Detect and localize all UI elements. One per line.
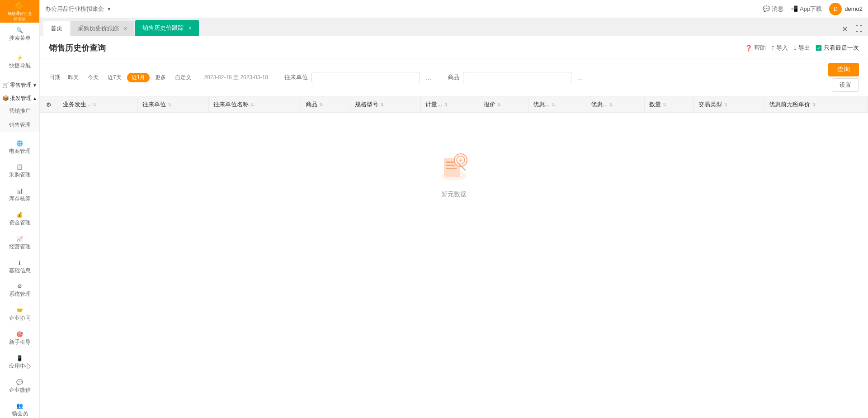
col-partner-code[interactable]: 往来单位 ⇅ (138, 97, 209, 113)
sort-icon-transaction-type[interactable]: ⇅ (724, 102, 727, 107)
sidebar-item-app-center[interactable]: 📱 应用中心 (0, 351, 39, 375)
col-quote[interactable]: 报价 ⇅ (479, 97, 528, 113)
download-icon: 📲 (791, 5, 798, 12)
data-table: ⚙ 业务发生... ⇅ 往来单位 ⇅ (40, 97, 868, 113)
sidebar-item-capital[interactable]: 💰 资金管理 (0, 207, 39, 231)
sidebar-item-quick-nav[interactable]: ⚡ 快捷导航 (0, 50, 39, 74)
date-btn-more[interactable]: 更多 (151, 73, 170, 82)
settings-gear-icon: ⚙ (46, 101, 52, 108)
chevron-up-icon: ▲ (33, 96, 37, 101)
sidebar-item-search-menu[interactable]: 🔍 搜索菜单 (0, 23, 39, 47)
export-icon: ⤵ (793, 45, 797, 52)
main-area: 办公用品行业模拟账套 ▾ 💬 消息 📲 App下载 D demo2 首页 采购历… (40, 0, 868, 418)
date-btn-yesterday[interactable]: 昨天 (64, 73, 82, 82)
sidebar-item-member[interactable]: 👥 畅会员 (0, 398, 39, 418)
guide-icon: 🎯 (0, 331, 39, 337)
sidebar-item-enterprise-agreement[interactable]: 🤝 企业协同 (0, 303, 39, 327)
svg-rect-3 (446, 165, 455, 166)
sidebar-item-system[interactable]: ⚙ 系统管理 (0, 279, 39, 303)
close-window-button[interactable]: ✕ (839, 24, 850, 34)
svg-rect-4 (446, 168, 457, 169)
export-action[interactable]: ⤵ 导出 (793, 44, 810, 52)
query-button[interactable]: 查询 (828, 63, 859, 76)
sort-icon-discount2[interactable]: ⇅ (609, 102, 613, 107)
wechat-icon: 💬 (0, 379, 39, 385)
col-product[interactable]: 商品 ⇅ (301, 97, 350, 113)
sidebar-item-enterprise-wechat[interactable]: 💬 企业微信 (0, 375, 39, 399)
business-icon: 📈 (0, 236, 39, 242)
sidebar-item-basic-info[interactable]: ℹ 基础信息 (0, 255, 39, 279)
logo-icon: 🔶 (14, 0, 25, 11)
col-business-date[interactable]: 业务发生... ⇅ (58, 97, 138, 113)
sidebar-item-marketing[interactable]: 营销推广 (0, 104, 39, 118)
app-logo: 🔶 畅捷通好生意 标准版 (0, 0, 40, 23)
settings-button[interactable]: 设置 (832, 78, 859, 92)
product-label: 商品 (448, 73, 459, 81)
tab-home[interactable]: 首页 (43, 21, 70, 36)
col-settings[interactable]: ⚙ (40, 97, 58, 113)
sidebar-item-purchase[interactable]: 📋 采购管理 (0, 159, 39, 183)
col-discount2[interactable]: 优惠... ⇅ (586, 97, 645, 113)
col-pretax-price[interactable]: 优惠前无税单价 ⇅ (764, 97, 868, 113)
col-spec[interactable]: 规格型号 ⇅ (350, 97, 421, 113)
sidebar-item-retail-mgmt[interactable]: 🛒 零售管理 ▼ (0, 78, 39, 91)
sort-icon-quantity[interactable]: ⇅ (663, 102, 666, 107)
sort-icon-unit[interactable]: ⇅ (444, 102, 448, 107)
sort-icon-partner-code[interactable]: ⇅ (168, 102, 171, 107)
message-action[interactable]: 💬 消息 (763, 5, 783, 13)
sort-icon-partner-name[interactable]: ⇅ (250, 102, 254, 107)
col-partner-name[interactable]: 往来单位名称 ⇅ (208, 97, 301, 113)
import-action[interactable]: ⤴ 导入 (771, 44, 788, 52)
sidebar-item-ecommerce[interactable]: 🌐 电商管理 (0, 136, 39, 160)
col-quantity[interactable]: 数量 ⇅ (645, 97, 694, 113)
product-dots[interactable]: ... (577, 73, 583, 81)
date-buttons: 昨天 今天 近7天 近1月 更多 自定义 (64, 73, 195, 82)
sort-icon-business-date[interactable]: ⇅ (93, 102, 96, 107)
col-transaction-type[interactable]: 交易类型 ⇅ (693, 97, 764, 113)
filter-bar: 日期 昨天 今天 近7天 近1月 更多 自定义 2023-02-18 至 202… (40, 58, 868, 97)
sort-icon-discount1[interactable]: ⇅ (552, 102, 555, 107)
search-icon: 🔍 (0, 27, 39, 33)
message-icon: 💬 (763, 5, 770, 12)
tab-sales-history[interactable]: 销售历史价跟踪 × (135, 20, 199, 36)
tabbar-right: ✕ ⛶ (839, 24, 864, 36)
inventory-icon: 📊 (0, 188, 39, 194)
help-action[interactable]: ❓ 帮助 (745, 44, 766, 52)
date-btn-last7[interactable]: 近7天 (104, 73, 125, 82)
maximize-button[interactable]: ⛶ (854, 24, 864, 34)
user-menu[interactable]: D demo2 (829, 3, 863, 15)
sidebar-item-business[interactable]: 📈 经营管理 (0, 231, 39, 255)
app-center-icon: 📱 (0, 355, 39, 361)
sidebar-item-new-guide[interactable]: 🎯 新手引导 (0, 327, 39, 351)
tab-purchase-history[interactable]: 采购历史价跟踪 × (71, 21, 134, 36)
product-input[interactable] (463, 72, 571, 83)
app-download-action[interactable]: 📲 App下载 (791, 5, 822, 13)
tab-purchase-close[interactable]: × (123, 25, 127, 32)
sort-icon-quote[interactable]: ⇅ (497, 102, 501, 107)
dropdown-icon[interactable]: ▾ (108, 5, 111, 12)
basic-info-icon: ℹ (0, 260, 39, 266)
partner-dots[interactable]: ... (425, 73, 431, 81)
only-last-once-checkbox[interactable]: ✓ 只看最后一次 (816, 44, 859, 52)
tab-sales-close[interactable]: × (188, 24, 192, 32)
tab-sales-label: 销售历史价跟踪 (142, 24, 184, 32)
date-btn-custom[interactable]: 自定义 (171, 73, 195, 82)
col-discount1[interactable]: 优惠... ⇅ (528, 97, 586, 113)
chevron-down-icon: ▼ (33, 83, 37, 88)
sort-icon-pretax-price[interactable]: ⇅ (812, 102, 816, 107)
purchase-icon: 📋 (0, 164, 39, 170)
sidebar: 🔶 畅捷通好生意 标准版 🔍 搜索菜单 ⚡ 快捷导航 🛒 零售管理 ▼ 📦 批发… (0, 0, 40, 418)
agreement-icon: 🤝 (0, 307, 39, 314)
sort-icon-product[interactable]: ⇅ (319, 102, 323, 107)
date-btn-last1month[interactable]: 近1月 (127, 73, 150, 82)
date-btn-today[interactable]: 今天 (84, 73, 102, 82)
sort-icon-spec[interactable]: ⇅ (380, 102, 384, 107)
sidebar-item-inventory[interactable]: 📊 库存核算 (0, 183, 39, 207)
partner-input[interactable] (311, 72, 420, 83)
content-area: 销售历史价查询 ❓ 帮助 ⤴ 导入 ⤵ 导出 ✓ 只 (40, 36, 868, 418)
sidebar-item-sales-mgmt[interactable]: 销售管理 (0, 118, 39, 132)
col-unit[interactable]: 计量... ⇅ (421, 97, 479, 113)
sidebar-item-wholesale-mgmt[interactable]: 📦 批发管理 ▲ (0, 91, 39, 104)
tab-home-label: 首页 (51, 24, 62, 33)
tab-purchase-label: 采购历史价跟踪 (78, 24, 119, 33)
